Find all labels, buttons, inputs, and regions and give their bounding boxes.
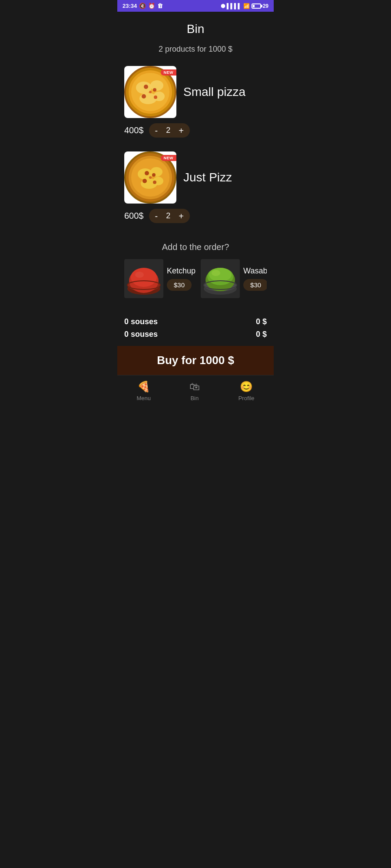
profile-icon: 😊 (240, 381, 253, 393)
qty-increase-1[interactable]: + (179, 126, 184, 135)
product-image-just-pizz: NEW (124, 151, 176, 204)
qty-decrease-1[interactable]: - (155, 126, 158, 135)
ketchup-image (124, 259, 163, 298)
svg-point-30 (135, 272, 144, 278)
qty-control-1: - 2 + (149, 123, 190, 138)
page-title: Bin (117, 12, 274, 39)
products-summary: 2 products for 1000 $ (117, 39, 274, 62)
svg-point-37 (212, 270, 220, 276)
status-left: 23:34 🔇 ⏰ 🗑 (123, 3, 163, 9)
qty-value-1: 2 (165, 126, 172, 135)
summary-value-1: 0 $ (256, 317, 267, 326)
add-to-order-title: Add to the order? (124, 242, 267, 252)
qty-control-2: - 2 + (149, 209, 190, 223)
product-item-small-pizza: NEW Small pizza 400$ - 2 + (117, 62, 274, 148)
order-summary: 0 souses 0 $ 0 souses 0 $ (117, 307, 274, 346)
svg-point-24 (149, 176, 152, 179)
status-bar: 23:34 🔇 ⏰ 🗑 ⬢ ▌▌▌▌ 📶 29 (117, 0, 274, 12)
qty-value-2: 2 (165, 211, 172, 220)
sauce-item-ketchup[interactable]: Ketchup $30 (124, 259, 196, 298)
nav-item-menu[interactable]: 🍕 Menu (136, 381, 151, 401)
svg-point-22 (142, 179, 147, 183)
wifi-icon: 📶 (243, 3, 250, 9)
qty-decrease-2[interactable]: - (155, 212, 158, 220)
svg-point-4 (150, 80, 163, 91)
product-price-2: 600$ (124, 211, 144, 221)
summary-label-2: 0 souses (124, 330, 158, 339)
alarm-icon: ⏰ (148, 3, 155, 9)
sauces-list[interactable]: Ketchup $30 (124, 259, 267, 302)
battery-percent: 29 (263, 3, 268, 9)
svg-point-11 (149, 91, 152, 93)
product-controls-2: 600$ - 2 + (124, 209, 267, 223)
product-item-just-pizz: NEW Just Pizz 600$ - 2 + (117, 148, 274, 233)
product-name-2: Just Pizz (183, 171, 232, 184)
new-badge-2: NEW (161, 155, 177, 161)
signal-icon: ▌▌▌▌ (227, 3, 242, 9)
summary-label-1: 0 souses (124, 317, 158, 326)
nav-label-menu: Menu (136, 395, 151, 401)
trash-icon: 🗑 (157, 3, 163, 9)
ketchup-name: Ketchup (167, 266, 196, 276)
status-right: ⬢ ▌▌▌▌ 📶 29 (221, 3, 268, 9)
battery-icon (252, 3, 261, 9)
wasabi-name: Wasabi (243, 266, 267, 276)
svg-point-7 (144, 85, 148, 89)
bin-icon: 🛍 (189, 381, 200, 393)
time: 23:34 (123, 3, 137, 9)
summary-row-1: 0 souses 0 $ (124, 317, 267, 326)
nav-label-bin: Bin (190, 395, 199, 401)
bluetooth-icon: ⬢ (221, 3, 225, 9)
wasabi-price: $30 (243, 279, 267, 291)
product-name-1: Small pizza (183, 85, 245, 99)
svg-point-21 (152, 173, 156, 177)
svg-point-10 (154, 95, 157, 99)
wasabi-info: Wasabi $30 (243, 266, 267, 291)
svg-point-9 (142, 94, 146, 99)
qty-increase-2[interactable]: + (179, 212, 184, 220)
svg-point-20 (145, 171, 149, 175)
product-price-1: 400$ (124, 125, 144, 135)
ketchup-info: Ketchup $30 (167, 266, 196, 291)
nav-label-profile: Profile (239, 395, 255, 401)
new-badge-1: NEW (161, 69, 177, 76)
buy-button[interactable]: Buy for 1000 $ (124, 354, 267, 367)
wasabi-image (201, 259, 240, 298)
wasabi-svg (201, 259, 240, 298)
menu-icon: 🍕 (137, 381, 150, 393)
nav-item-profile[interactable]: 😊 Profile (239, 381, 255, 401)
svg-point-29 (131, 268, 157, 287)
svg-point-8 (153, 88, 156, 92)
add-to-order-section: Add to the order? Ketchup (117, 233, 274, 307)
sauce-item-wasabi[interactable]: Wasabi $30 (201, 259, 267, 298)
summary-value-2: 0 $ (256, 330, 267, 339)
bottom-nav: 🍕 Menu 🛍 Bin 😊 Profile (117, 375, 274, 408)
product-image-small-pizza: NEW (124, 66, 176, 118)
mute-icon: 🔇 (139, 3, 146, 9)
ketchup-svg (124, 259, 163, 298)
nav-item-bin[interactable]: 🛍 Bin (189, 381, 200, 401)
product-controls-1: 400$ - 2 + (124, 123, 267, 138)
summary-row-2: 0 souses 0 $ (124, 330, 267, 339)
buy-section: Buy for 1000 $ (117, 346, 274, 375)
svg-point-23 (153, 181, 156, 184)
ketchup-price: $30 (167, 279, 192, 291)
